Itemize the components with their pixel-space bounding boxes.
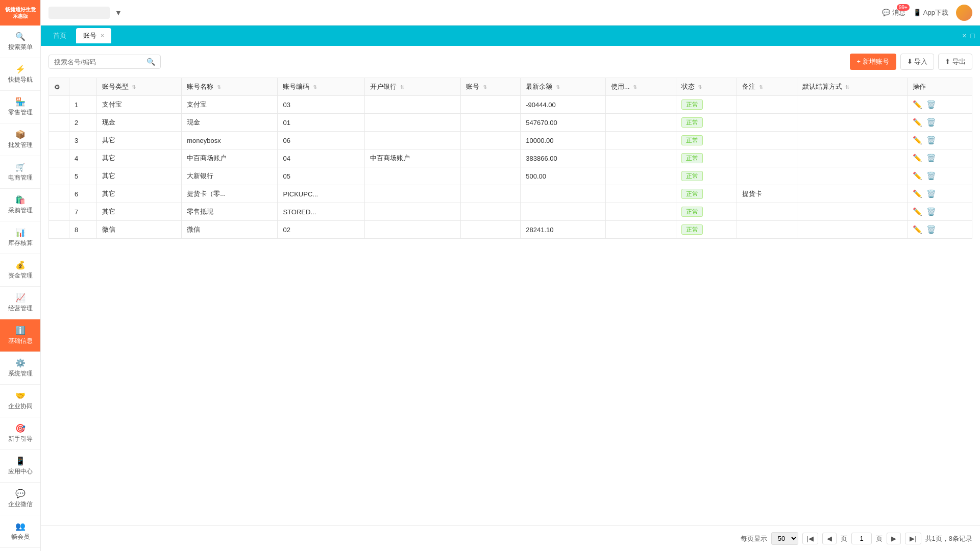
cell-usage-1 (605, 114, 676, 132)
cell-bank-5 (364, 185, 460, 203)
sidebar-item-inventory-calc[interactable]: 📊 库存核算 (0, 221, 40, 254)
delete-button-0[interactable]: 🗑️ (926, 100, 936, 109)
page-next-button[interactable]: ▶ (887, 533, 901, 544)
page-prev-button[interactable]: ◀ (822, 533, 837, 544)
th-account[interactable]: 账号 ⇅ (461, 78, 521, 96)
add-account-button[interactable]: + 新增账号 (850, 54, 896, 70)
edit-button-1[interactable]: ✏️ (913, 118, 922, 127)
edit-button-4[interactable]: ✏️ (913, 171, 922, 181)
page-size-select[interactable]: 50 (771, 532, 798, 545)
cell-balance-1: 547670.00 (521, 114, 606, 132)
status-badge-3: 正常 (681, 153, 703, 163)
delete-button-4[interactable]: 🗑️ (926, 171, 936, 181)
sidebar-item-search-menu[interactable]: 🔍 搜索菜单 (0, 26, 40, 58)
th-default-settle[interactable]: 默认结算方式 ⇅ (797, 78, 907, 96)
tab-bar: 首页 账号 × × □ (41, 26, 980, 46)
th-gear[interactable]: ⚙ (49, 78, 69, 96)
sidebar-item-app-center[interactable]: 📱 应用中心 (0, 450, 40, 483)
cell-seq-1: 2 (69, 114, 97, 132)
edit-button-7[interactable]: ✏️ (913, 225, 922, 234)
page-input[interactable] (851, 533, 872, 544)
th-type[interactable]: 账号类型 ⇅ (96, 78, 182, 96)
window-close-icon[interactable]: × (962, 32, 966, 40)
sidebar-item-enterprise-protocol[interactable]: 🤝 企业协同 (0, 385, 40, 417)
cell-seq-3: 4 (69, 149, 97, 167)
app-download-icon: 📱 (913, 9, 921, 16)
header-right: 💬 消息 99+ 📱 App下载 (882, 5, 972, 21)
delete-button-1[interactable]: 🗑️ (926, 118, 936, 127)
sidebar-item-retail-manage[interactable]: 🏪 零售管理 (0, 91, 40, 123)
sidebar-item-quick-nav[interactable]: ⚡ 快捷导航 (0, 58, 40, 91)
per-page-label: 每页显示 (741, 534, 767, 543)
cell-default-settle-5 (797, 185, 907, 203)
search-icon: 🔍 (146, 58, 155, 66)
header-dropdown-icon[interactable]: ▼ (115, 9, 122, 17)
top-header: ▼ 💬 消息 99+ 📱 App下载 (41, 0, 980, 26)
cell-name-7: 微信 (182, 221, 278, 239)
cell-remark-1 (737, 114, 797, 132)
header-search-input[interactable] (48, 7, 110, 19)
tab-home[interactable]: 首页 (46, 28, 74, 43)
edit-button-5[interactable]: ✏️ (913, 189, 922, 198)
sidebar-item-ecommerce-manage[interactable]: 🛒 电商管理 (0, 156, 40, 189)
sidebar-item-enterprise-wechat[interactable]: 💬 企业微信 (0, 483, 40, 515)
cell-status-5: 正常 (676, 185, 737, 203)
th-balance[interactable]: 最新余额 ⇅ (521, 78, 606, 96)
sidebar-item-purchase-manage[interactable]: 🛍️ 采购管理 (0, 189, 40, 221)
th-name[interactable]: 账号名称 ⇅ (182, 78, 278, 96)
delete-button-5[interactable]: 🗑️ (926, 189, 936, 198)
cell-status-1: 正常 (676, 114, 737, 132)
th-remark[interactable]: 备注 ⇅ (737, 78, 797, 96)
export-button[interactable]: ⬆ 导出 (938, 54, 972, 70)
page-of-label: 页 (876, 534, 883, 543)
operations-manage-icon: 📈 (3, 293, 38, 303)
delete-button-2[interactable]: 🗑️ (926, 136, 936, 145)
sidebar-item-system-manage[interactable]: ⚙️ 系统管理 (0, 352, 40, 385)
cell-bank-2 (364, 132, 460, 149)
page-first-button[interactable]: |◀ (802, 533, 818, 544)
cell-default-settle-0 (797, 96, 907, 114)
sidebar-item-beginner-guide[interactable]: 🎯 新手引导 (0, 417, 40, 450)
cell-status-6: 正常 (676, 203, 737, 221)
edit-button-3[interactable]: ✏️ (913, 154, 922, 163)
search-input[interactable] (54, 58, 143, 66)
sidebar-item-finance-manage[interactable]: 💰 资金管理 (0, 254, 40, 287)
sidebar-item-wholesale-manage[interactable]: 📦 批发管理 (0, 123, 40, 156)
logo-text: 畅捷通好生意 乐惠版 (5, 6, 36, 19)
cell-code-6: STORED... (278, 203, 364, 221)
th-usage[interactable]: 使用... ⇅ (605, 78, 676, 96)
window-maximize-icon[interactable]: □ (971, 32, 975, 40)
th-status[interactable]: 状态 ⇅ (676, 78, 737, 96)
sidebar-item-basic-info[interactable]: ℹ️ 基础信息 (0, 319, 40, 352)
user-avatar[interactable] (956, 5, 972, 21)
edit-button-6[interactable]: ✏️ (913, 207, 922, 216)
app-download-button[interactable]: 📱 App下载 (913, 8, 948, 17)
status-badge-7: 正常 (681, 224, 703, 235)
status-badge-2: 正常 (681, 135, 703, 145)
delete-button-3[interactable]: 🗑️ (926, 154, 936, 163)
tab-close-icon[interactable]: × (101, 32, 104, 39)
page-last-button[interactable]: ▶| (905, 533, 921, 544)
import-button[interactable]: ⬇ 导入 (900, 54, 935, 70)
tab-account[interactable]: 账号 × (76, 28, 111, 43)
delete-button-7[interactable]: 🗑️ (926, 225, 936, 234)
th-bank[interactable]: 开户银行 ⇅ (364, 78, 460, 96)
cell-account-2 (461, 132, 521, 149)
sidebar-item-operations-manage[interactable]: 📈 经营管理 (0, 287, 40, 319)
delete-button-6[interactable]: 🗑️ (926, 207, 936, 216)
sidebar-item-members[interactable]: 👥 畅会员 (0, 515, 40, 548)
cell-action-0: ✏️ 🗑️ (907, 96, 972, 114)
message-button[interactable]: 💬 消息 99+ (882, 8, 905, 17)
cell-name-5: 提货卡（零... (182, 185, 278, 203)
cell-type-0: 支付宝 (96, 96, 182, 114)
app-center-icon: 📱 (3, 456, 38, 466)
cell-default-settle-3 (797, 149, 907, 167)
cell-name-6: 零售抵现 (182, 203, 278, 221)
edit-button-0[interactable]: ✏️ (913, 100, 922, 109)
cell-type-2: 其它 (96, 132, 182, 149)
cell-balance-2: 10000.00 (521, 132, 606, 149)
page-label: 页 (841, 534, 847, 543)
app-logo: 畅捷通好生意 乐惠版 (0, 0, 40, 26)
edit-button-2[interactable]: ✏️ (913, 136, 922, 145)
th-code[interactable]: 账号编码 ⇅ (278, 78, 364, 96)
